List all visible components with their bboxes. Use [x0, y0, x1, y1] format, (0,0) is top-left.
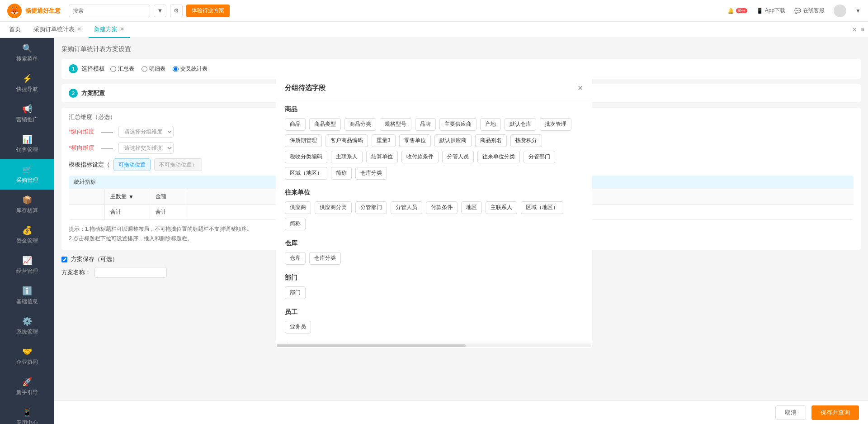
field-tag-product-6[interactable]: 产地 — [480, 118, 501, 131]
field-tag-partner-4[interactable]: 付款条件 — [426, 201, 458, 214]
sidebar-item-app[interactable]: 📱 应用中心 — [0, 402, 54, 424]
sidebar-item-basic[interactable]: ℹ️ 基础信息 — [0, 281, 54, 311]
modal-close-button[interactable]: ✕ — [577, 84, 583, 92]
field-tag-product-0[interactable]: 商品 — [285, 118, 306, 131]
tab-new-plan[interactable]: 新建方案 ✕ — [89, 22, 130, 38]
field-tag-warehouse-0[interactable]: 仓库 — [285, 252, 306, 265]
sidebar-label-inventory: 库存核算 — [16, 207, 38, 214]
experience-button[interactable]: 体验行业方案 — [186, 5, 230, 17]
col-main-qty-header[interactable]: 主数量 ▼ — [105, 189, 150, 204]
search-input[interactable] — [69, 5, 150, 17]
save-checkbox[interactable] — [61, 257, 67, 262]
field-tag-product-17[interactable]: 主联系人 — [331, 151, 363, 163]
app-icon: 📱 — [756, 8, 763, 14]
save-name-input[interactable] — [94, 267, 167, 278]
field-tag-product-15[interactable]: 拣货积分 — [510, 134, 542, 147]
sidebar-label-sales: 销售管理 — [16, 146, 38, 154]
logo: 🦊 畅捷通好生意 — [7, 4, 61, 18]
sidebar-item-inventory[interactable]: 📦 库存核算 — [0, 190, 54, 220]
field-tag-product-8[interactable]: 批次管理 — [540, 118, 571, 131]
field-group-product: 商品商品商品类型商品分类规格型号品牌主要供应商产地默认仓库批次管理保质期管理客户… — [285, 105, 583, 180]
template-radio-group: 汇总表 明细表 交叉统计表 — [110, 65, 208, 73]
radio-detail[interactable]: 明细表 — [142, 65, 165, 73]
field-tag-product-1[interactable]: 商品类型 — [309, 118, 341, 131]
save-query-button[interactable]: 保存并查询 — [811, 405, 859, 420]
beginner-icon: 🚀 — [22, 377, 32, 387]
field-tag-partner-1[interactable]: 供应商分类 — [315, 201, 352, 214]
field-tag-product-14[interactable]: 商品别名 — [475, 134, 507, 147]
sidebar-item-purchase[interactable]: 🛒 采购管理 — [0, 159, 54, 190]
tab-purchase[interactable]: 采购订单统计表 ✕ — [28, 22, 87, 38]
field-tag-department-0[interactable]: 部门 — [285, 286, 306, 299]
field-select-modal: 分组待选字段 ✕ 商品商品商品类型商品分类规格型号品牌主要供应商产地默认仓库批次… — [276, 76, 592, 348]
app-download[interactable]: 📱 App下载 — [756, 7, 785, 14]
search-dropdown[interactable]: ▼ — [154, 5, 166, 17]
col-dim-select[interactable]: 请选择交叉维度 — [118, 142, 174, 154]
radio-summary[interactable]: 汇总表 — [110, 65, 134, 73]
row-total-amount: 合计 — [150, 205, 186, 219]
cooperation-icon: 🤝 — [22, 347, 32, 357]
field-tag-product-22[interactable]: 分管部门 — [524, 151, 555, 163]
tab-bar-close-icon[interactable]: ✕ — [852, 26, 857, 33]
avatar[interactable] — [834, 5, 846, 17]
sidebar-item-system[interactable]: ⚙️ 系统管理 — [0, 311, 54, 341]
row-dim-select[interactable]: 请选择分组维度 — [118, 126, 174, 138]
step1-num: 1 — [69, 64, 78, 73]
field-tag-partner-6[interactable]: 主联系人 — [486, 201, 517, 214]
field-tag-product-16[interactable]: 税收分类编码 — [285, 151, 327, 163]
field-tag-employee-0[interactable]: 业务员 — [285, 321, 311, 333]
col-indicator-header — [69, 189, 105, 204]
col-dim-label: *横向维度 — [69, 144, 96, 152]
gear-icon[interactable]: ⚙ — [170, 5, 183, 17]
field-tag-product-18[interactable]: 结算单位 — [366, 151, 398, 163]
field-tag-product-11[interactable]: 重量3 — [372, 134, 396, 147]
field-tag-product-12[interactable]: 零售单位 — [399, 134, 431, 147]
field-tag-product-5[interactable]: 主要供应商 — [439, 118, 476, 131]
field-tag-product-3[interactable]: 规格型号 — [380, 118, 411, 131]
field-tag-product-23[interactable]: 区域（地区） — [285, 167, 327, 180]
tab-home[interactable]: 首页 — [4, 22, 26, 38]
field-tag-partner-0[interactable]: 供应商 — [285, 201, 311, 214]
field-tag-product-20[interactable]: 分管人员 — [442, 151, 474, 163]
movable-btn[interactable]: 可拖动位置 — [113, 158, 151, 171]
field-tag-product-7[interactable]: 默认仓库 — [505, 118, 536, 131]
field-tag-warehouse-1[interactable]: 仓库分类 — [309, 252, 341, 265]
field-tag-product-2[interactable]: 商品分类 — [344, 118, 376, 131]
cancel-button[interactable]: 取消 — [775, 405, 806, 420]
sidebar-item-marketing[interactable]: 📢 营销推广 — [0, 99, 54, 129]
tab-new-plan-label: 新建方案 — [94, 25, 118, 33]
sidebar-label-system: 系统管理 — [16, 328, 38, 336]
unmovable-btn[interactable]: 不可拖动位置） — [154, 158, 202, 171]
field-tag-partner-5[interactable]: 地区 — [461, 201, 482, 214]
field-tag-partner-3[interactable]: 分管人员 — [391, 201, 422, 214]
field-tags-partner: 供应商供应商分类分管部门分管人员付款条件地区主联系人区域（地区）简称 — [285, 201, 583, 230]
online-service[interactable]: 💬 在线客服 — [794, 7, 825, 14]
field-tag-product-25[interactable]: 仓库分类 — [355, 167, 387, 180]
modal-scrollbar[interactable] — [276, 343, 592, 348]
field-tag-product-4[interactable]: 品牌 — [415, 118, 436, 131]
sidebar-item-beginner[interactable]: 🚀 新手引导 — [0, 372, 54, 402]
sidebar-item-search[interactable]: 🔍 搜索菜单 — [0, 38, 54, 68]
radio-cross[interactable]: 交叉统计表 — [173, 65, 208, 73]
field-tag-product-9[interactable]: 保质期管理 — [285, 134, 322, 147]
sidebar-item-finance[interactable]: 💰 资金管理 — [0, 220, 54, 250]
sidebar-item-sales[interactable]: 📊 销售管理 — [0, 129, 54, 159]
sidebar-item-operations[interactable]: 📈 经营管理 — [0, 250, 54, 281]
field-tag-partner-2[interactable]: 分管部门 — [355, 201, 387, 214]
field-tag-partner-7[interactable]: 区域（地区） — [521, 201, 563, 214]
field-tag-partner-8[interactable]: 简称 — [285, 218, 306, 230]
sidebar-item-cooperation[interactable]: 🤝 企业协同 — [0, 341, 54, 372]
field-tag-product-24[interactable]: 简称 — [331, 167, 352, 180]
tab-purchase-label: 采购订单统计表 — [33, 25, 75, 33]
field-tag-product-10[interactable]: 客户商品编码 — [326, 134, 368, 147]
sidebar-label-operations: 经营管理 — [16, 267, 38, 275]
notification-area[interactable]: 🔔 99+ — [727, 8, 747, 14]
sidebar-item-quick-nav[interactable]: ⚡ 快捷导航 — [0, 68, 54, 99]
field-tag-product-21[interactable]: 往来单位分类 — [477, 151, 520, 163]
tab-bar-menu-icon[interactable]: ≡ — [861, 26, 864, 33]
tab-purchase-close[interactable]: ✕ — [77, 26, 81, 32]
field-tag-product-19[interactable]: 收付款条件 — [401, 151, 439, 163]
field-tag-product-13[interactable]: 默认供应商 — [434, 134, 472, 147]
tab-new-plan-close[interactable]: ✕ — [120, 26, 124, 32]
sidebar-label-basic: 基础信息 — [16, 298, 38, 305]
